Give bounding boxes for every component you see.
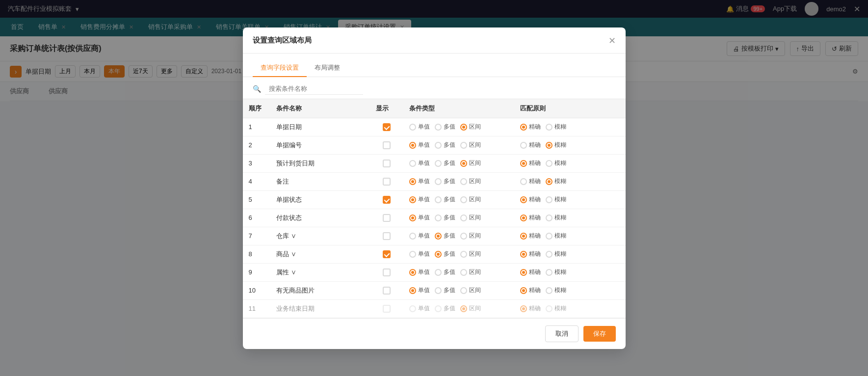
th-name: 条件名称 (270, 99, 370, 102)
tab-layout[interactable]: 布局调整 (307, 59, 348, 77)
modal-title: 设置查询区域布局 (253, 36, 312, 45)
tab-query-fields[interactable]: 查询字段设置 (253, 59, 307, 77)
modal-tabs: 查询字段设置 布局调整 (243, 54, 626, 77)
modal-table-wrap: 顺序 条件名称 显示 条件类型 匹配原则 1单据日期单值多值区间精确模糊2单据编… (243, 99, 626, 102)
modal-header: 设置查询区域布局 ✕ (243, 27, 626, 54)
search-input[interactable] (265, 83, 363, 95)
th-order: 顺序 (243, 99, 271, 102)
modal-close-button[interactable]: ✕ (608, 35, 616, 46)
th-show: 显示 (370, 99, 403, 102)
search-icon: 🔍 (253, 85, 261, 93)
th-type: 条件类型 (403, 99, 514, 102)
modal-overlay: 设置查询区域布局 ✕ 查询字段设置 布局调整 🔍 顺序 条件名称 显示 条件类型 (0, 0, 868, 101)
th-match: 匹配原则 (514, 99, 625, 102)
settings-modal: 设置查询区域布局 ✕ 查询字段设置 布局调整 🔍 顺序 条件名称 显示 条件类型 (243, 27, 626, 102)
conditions-table: 顺序 条件名称 显示 条件类型 匹配原则 1单据日期单值多值区间精确模糊2单据编… (243, 99, 626, 102)
modal-search-area: 🔍 (243, 77, 626, 99)
